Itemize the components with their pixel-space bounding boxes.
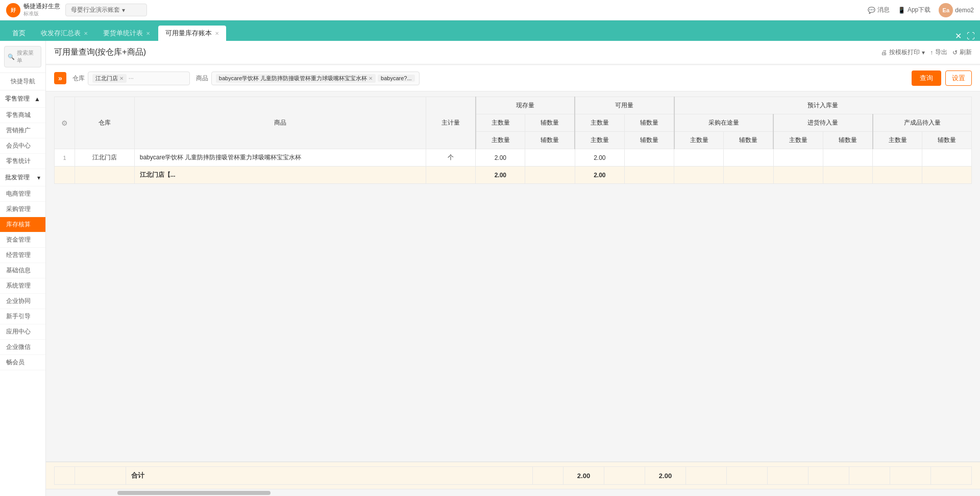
row-index: 1 bbox=[55, 149, 75, 167]
logo-text-block: 畅捷通好生意 标准版 bbox=[23, 3, 60, 18]
row-current-sub bbox=[525, 149, 575, 167]
tab-available-stock-close[interactable]: ✕ bbox=[215, 31, 219, 36]
sidebar-item-wechat[interactable]: 企业微信 bbox=[0, 340, 45, 355]
message-button[interactable]: 💬 消息 bbox=[868, 6, 890, 14]
warehouse-filter-group: 仓库 江北门店 ✕ ··· bbox=[72, 72, 190, 85]
subtotal-row: 江北门店【... 2.00 2.00 bbox=[55, 167, 972, 184]
sidebar-item-marketing[interactable]: 营销推广 bbox=[0, 123, 45, 138]
main-layout: 🔍 搜索菜单 快捷导航 零售管理 ▲ 零售商城 营销推广 会员中心 零售统计 批… bbox=[0, 41, 980, 496]
sidebar-item-member2[interactable]: 畅会员 bbox=[0, 355, 45, 370]
th-inbound-main: 主数量 bbox=[773, 132, 823, 149]
sidebar-item-wholesale[interactable]: 批发管理 ▾ bbox=[0, 169, 45, 186]
th-production-main: 主数量 bbox=[873, 132, 922, 149]
print-dropdown-icon: ▾ bbox=[922, 49, 925, 56]
sidebar-item-enterprise[interactable]: 企业协同 bbox=[0, 294, 45, 309]
warehouse-tag: 江北门店 ✕ bbox=[92, 74, 127, 83]
row-available-sub bbox=[624, 149, 674, 167]
row-unit: 个 bbox=[426, 149, 475, 167]
sidebar-item-purchase[interactable]: 采购管理 bbox=[0, 202, 45, 217]
gear-icon[interactable]: ⚙ bbox=[61, 119, 68, 127]
search-menu-button[interactable]: 🔍 搜索菜单 bbox=[4, 46, 41, 67]
refresh-button[interactable]: ↺ 刷新 bbox=[952, 48, 972, 57]
row-production-main bbox=[873, 149, 922, 167]
sidebar-item-member[interactable]: 会员中心 bbox=[0, 138, 45, 154]
nav-close-icon[interactable]: ✕ bbox=[955, 31, 962, 41]
sidebar-item-basic-info[interactable]: 基础信息 bbox=[0, 263, 45, 278]
product-filter-input[interactable]: babycare学饮杯 儿童防摔防撞吸管杯重力球吸嘴杯宝宝水杯 ✕ babyca… bbox=[211, 72, 420, 85]
sidebar-item-retail-stats[interactable]: 零售统计 bbox=[0, 154, 45, 169]
row-production-sub bbox=[922, 149, 972, 167]
th-inbound-pending-group: 进货待入量 bbox=[773, 114, 873, 132]
print-label: 按模板打印 bbox=[889, 48, 920, 57]
subtotal-p3 bbox=[773, 167, 823, 184]
sidebar-item-inventory[interactable]: 库存核算 bbox=[0, 217, 45, 232]
logo-sub: 标准版 bbox=[23, 10, 60, 17]
total-available-main: 2.00 bbox=[645, 467, 686, 485]
th-settings[interactable]: ⚙ bbox=[55, 97, 75, 149]
sidebar-item-operations[interactable]: 经营管理 bbox=[0, 248, 45, 263]
total-empty-1 bbox=[55, 467, 75, 485]
tab-receipt[interactable]: 收发存汇总表 ✕ bbox=[34, 26, 95, 41]
message-icon: 💬 bbox=[868, 7, 875, 14]
app-download-icon: 📱 bbox=[898, 7, 905, 14]
scroll-thumb[interactable] bbox=[117, 491, 271, 495]
row-purchase-transit-sub bbox=[724, 149, 773, 167]
subtotal-p5 bbox=[873, 167, 922, 184]
subtotal-current-sub bbox=[525, 167, 575, 184]
total-label: 合计 bbox=[126, 467, 533, 485]
warehouse-tag-remove[interactable]: ✕ bbox=[119, 76, 124, 81]
sidebar-item-appstore[interactable]: 应用中心 bbox=[0, 324, 45, 340]
search-menu-label: 搜索菜单 bbox=[17, 49, 38, 64]
sidebar-item-system[interactable]: 系统管理 bbox=[0, 278, 45, 294]
filter-bar: » 仓库 江北门店 ✕ ··· 商品 babycare学饮杯 儿童防摔防撞吸管杯… bbox=[46, 65, 980, 91]
industry-selector[interactable]: 母婴行业演示账套 ▾ bbox=[65, 4, 147, 16]
tab-available-stock[interactable]: 可用量库存账本 ✕ bbox=[158, 26, 226, 41]
tab-receipt-close[interactable]: ✕ bbox=[84, 31, 88, 36]
th-inbound-sub: 辅数量 bbox=[823, 132, 872, 149]
tab-available-stock-label: 可用量库存账本 bbox=[165, 29, 212, 38]
sidebar-item-finance[interactable]: 资金管理 bbox=[0, 232, 45, 248]
user-profile-button[interactable]: Ea demo2 bbox=[939, 3, 974, 17]
sidebar-item-quick-nav[interactable]: 快捷导航 bbox=[0, 73, 45, 90]
th-available-sub-qty-2: 辅数量 bbox=[624, 132, 674, 149]
app-download-button[interactable]: 📱 App下载 bbox=[898, 6, 930, 14]
total-current-main: 2.00 bbox=[564, 467, 604, 485]
logo-icon: 好 bbox=[6, 3, 20, 17]
message-label: 消息 bbox=[877, 6, 890, 14]
th-production-sub: 辅数量 bbox=[922, 132, 972, 149]
tab-order-stats-close[interactable]: ✕ bbox=[146, 31, 150, 36]
export-button[interactable]: ↑ 导出 bbox=[930, 48, 947, 57]
product-tag-1-remove[interactable]: ✕ bbox=[369, 76, 373, 81]
tab-order-stats[interactable]: 要货单统计表 ✕ bbox=[96, 26, 157, 41]
warehouse-filter-input[interactable]: 江北门店 ✕ ··· bbox=[88, 72, 190, 85]
subtotal-p6 bbox=[922, 167, 972, 184]
print-template-button[interactable]: 🖨 按模板打印 ▾ bbox=[881, 48, 925, 57]
sidebar: 🔍 搜索菜单 快捷导航 零售管理 ▲ 零售商城 营销推广 会员中心 零售统计 批… bbox=[0, 41, 46, 496]
top-bar: 好 畅捷通好生意 标准版 母婴行业演示账套 ▾ 💬 消息 📱 App下载 Ea … bbox=[0, 0, 980, 20]
nav-right-controls: ✕ ⛶ bbox=[955, 31, 980, 41]
export-icon: ↑ bbox=[930, 49, 933, 56]
th-purchase-transit-group: 采购在途量 bbox=[674, 114, 774, 132]
th-current-main-qty-2: 主数量 bbox=[476, 132, 525, 149]
row-available-main: 2.00 bbox=[575, 149, 624, 167]
warehouse-tag-value: 江北门店 bbox=[95, 75, 118, 82]
th-product: 商品 bbox=[134, 97, 426, 149]
subtotal-current-main: 2.00 bbox=[476, 167, 525, 184]
sidebar-item-retail-mall[interactable]: 零售商城 bbox=[0, 108, 45, 123]
tab-home[interactable]: 首页 bbox=[5, 26, 33, 41]
filter-toggle-button[interactable]: » bbox=[54, 72, 66, 84]
sidebar-item-newuser[interactable]: 新手引导 bbox=[0, 309, 45, 324]
sidebar-item-retail[interactable]: 零售管理 ▲ bbox=[0, 90, 45, 108]
sidebar-item-ecommerce[interactable]: 电商管理 bbox=[0, 186, 45, 202]
settings-button[interactable]: 设置 bbox=[945, 70, 972, 86]
subtotal-p1 bbox=[674, 167, 724, 184]
subtotal-p4 bbox=[823, 167, 872, 184]
product-tag-1: babycare学饮杯 儿童防摔防撞吸管杯重力球吸嘴杯宝宝水杯 ✕ bbox=[216, 74, 376, 83]
query-button[interactable]: 查询 bbox=[912, 70, 941, 86]
warehouse-filter-ellipsis: ··· bbox=[129, 75, 134, 82]
nav-maximize-icon[interactable]: ⛶ bbox=[967, 32, 975, 41]
th-warehouse: 仓库 bbox=[75, 97, 135, 149]
page-title: 可用量查询(按仓库+商品) bbox=[54, 47, 146, 58]
product-tag-1-value: babycare学饮杯 儿童防摔防撞吸管杯重力球吸嘴杯宝宝水杯 bbox=[219, 75, 367, 82]
product-filter-label: 商品 bbox=[196, 74, 208, 83]
